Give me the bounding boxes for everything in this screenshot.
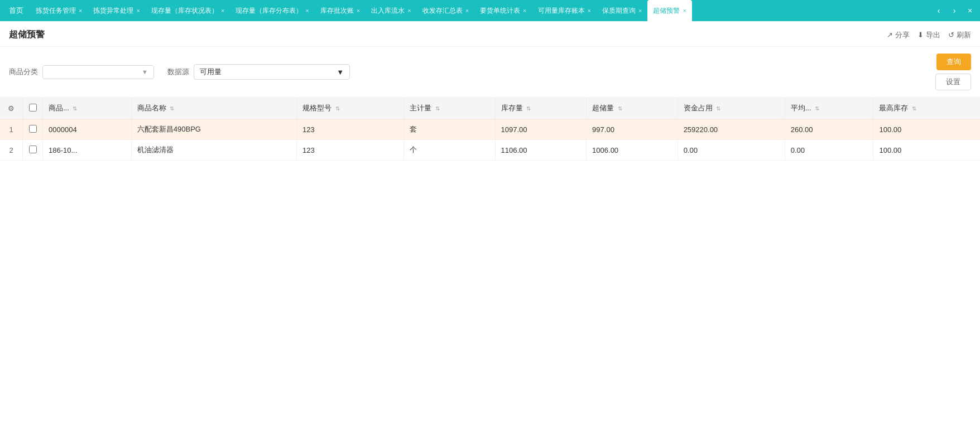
query-button[interactable]: 查询 [936,54,971,70]
close-tab-9-icon[interactable]: × [638,7,642,14]
td-max-stock: 100.00 [873,140,980,161]
close-tab-8-icon[interactable]: × [588,7,591,14]
page-header: 超储预警 ↗ 分享 ⬇ 导出 ↺ 刷新 [0,21,980,47]
td-over-stock: 1006.00 [587,140,678,161]
td-avg: 0.00 [785,140,873,161]
table-container: ⚙ 商品... ⇅ 商品名称 ⇅ 规格型号 ⇅ 主计量 [0,98,980,161]
share-icon: ↗ [887,31,893,39]
refresh-icon: ↺ [948,31,954,39]
th-avg[interactable]: 平均... ⇅ [785,98,873,119]
sort-unit-icon: ⇅ [435,105,440,112]
table-header-row: ⚙ 商品... ⇅ 商品名称 ⇅ 规格型号 ⇅ 主计量 [0,98,980,119]
category-chevron-icon: ▼ [142,69,148,75]
th-checkbox [23,98,43,119]
nav-tab-4[interactable]: 库存批次账 × [315,0,366,21]
close-tab-3-icon[interactable]: × [305,7,309,14]
datasource-chevron-icon: ▼ [337,68,344,76]
nav-tab-10[interactable]: 超储预警 × [647,0,691,21]
th-product-name[interactable]: 商品名称 ⇅ [131,98,296,119]
td-capital: 0.00 [678,140,785,161]
close-tab-5-icon[interactable]: × [407,7,411,14]
td-capital: 259220.00 [678,119,785,140]
nav-tab-8[interactable]: 可用量库存账本 × [532,0,597,21]
top-navigation: 首页 拣货任务管理 × 拣货异常处理 × 现存量（库存状况表） × 现存量（库存… [0,0,980,21]
td-product-code: 0000004 [43,119,132,140]
category-filter-group: 商品分类 ▼ [9,65,154,79]
nav-tab-0[interactable]: 拣货任务管理 × [30,0,88,21]
td-checkbox[interactable] [23,140,43,161]
td-product-name: 六配套新昌490BPG [131,119,296,140]
nav-tab-2[interactable]: 现存量（库存状况表） × [146,0,230,21]
close-tab-10-icon[interactable]: × [683,7,686,14]
td-checkbox[interactable] [23,119,43,140]
th-spec[interactable]: 规格型号 ⇅ [297,98,404,119]
th-settings: ⚙ [0,98,23,119]
close-tab-6-icon[interactable]: × [465,7,469,14]
nav-arrow-left[interactable]: ‹ [931,0,947,21]
td-row-num: 1 [0,119,23,140]
nav-tab-6[interactable]: 收发存汇总表 × [417,0,474,21]
category-select[interactable]: ▼ [42,65,154,79]
th-product-code[interactable]: 商品... ⇅ [43,98,132,119]
nav-tab-3[interactable]: 现存量（库存分布表） × [230,0,314,21]
close-tab-2-icon[interactable]: × [221,7,224,14]
share-button[interactable]: ↗ 分享 [887,30,910,40]
td-spec: 123 [297,140,404,161]
th-stock[interactable]: 库存量 ⇅ [495,98,587,119]
sort-stock-icon: ⇅ [526,105,531,112]
th-max-stock[interactable]: 最高库存 ⇅ [873,98,980,119]
nav-arrow-right[interactable]: › [947,0,962,21]
td-stock: 1097.00 [495,119,587,140]
td-unit: 个 [404,140,496,161]
filter-buttons: 查询 设置 [935,54,971,90]
td-row-num: 2 [0,140,23,161]
sort-over-stock-icon: ⇅ [618,105,622,112]
td-product-name: 机油滤清器 [131,140,296,161]
close-tab-7-icon[interactable]: × [523,7,526,14]
close-tab-4-icon[interactable]: × [357,7,360,14]
table-row: 2 186-10... 机油滤清器 123 个 1106.00 1006.00 … [0,140,980,161]
nav-tab-7[interactable]: 要货单统计表 × [474,0,532,21]
filter-area: 商品分类 ▼ 数据源 可用量 ▼ 查询 设置 [0,47,980,98]
sort-spec-icon: ⇅ [335,105,340,112]
select-all-checkbox[interactable] [29,104,37,112]
table-body: 1 0000004 六配套新昌490BPG 123 套 1097.00 997.… [0,119,980,161]
export-icon: ⬇ [917,31,924,39]
datasource-filter-group: 数据源 可用量 ▼ [167,64,350,80]
sort-avg-icon: ⇅ [815,105,819,112]
nav-tab-1[interactable]: 拣货异常处理 × [88,0,145,21]
th-over-stock[interactable]: 超储量 ⇅ [587,98,678,119]
category-label: 商品分类 [9,67,38,77]
nav-arrow-close[interactable]: × [962,0,978,21]
nav-tab-5[interactable]: 出入库流水 × [366,0,416,21]
page-title: 超储预警 [9,29,45,41]
close-tab-0-icon[interactable]: × [79,7,82,14]
nav-tab-9[interactable]: 保质期查询 × [597,0,647,21]
datasource-label: 数据源 [167,67,189,77]
td-unit: 套 [404,119,496,140]
nav-arrows: ‹ › × [931,0,978,21]
table-row: 1 0000004 六配套新昌490BPG 123 套 1097.00 997.… [0,119,980,140]
th-capital[interactable]: 资金占用 ⇅ [678,98,785,119]
sort-max-stock-icon: ⇅ [912,105,916,112]
datasource-select[interactable]: 可用量 ▼ [194,64,350,80]
sort-product-name-icon: ⇅ [170,105,174,112]
settings-button[interactable]: 设置 [935,74,971,90]
sort-capital-icon: ⇅ [716,105,720,112]
td-avg: 260.00 [785,119,873,140]
refresh-button[interactable]: ↺ 刷新 [948,30,971,40]
datasource-value: 可用量 [200,67,222,77]
td-product-code: 186-10... [43,140,132,161]
sort-product-code-icon: ⇅ [73,105,77,112]
row-checkbox-1[interactable] [29,146,37,153]
close-tab-1-icon[interactable]: × [136,7,140,14]
td-stock: 1106.00 [495,140,587,161]
td-max-stock: 100.00 [873,119,980,140]
nav-home[interactable]: 首页 [2,0,30,21]
export-button[interactable]: ⬇ 导出 [917,30,940,40]
data-table: ⚙ 商品... ⇅ 商品名称 ⇅ 规格型号 ⇅ 主计量 [0,98,980,161]
table-gear-icon[interactable]: ⚙ [6,103,17,114]
td-over-stock: 997.00 [587,119,678,140]
th-unit[interactable]: 主计量 ⇅ [404,98,496,119]
row-checkbox-0[interactable] [29,125,37,133]
